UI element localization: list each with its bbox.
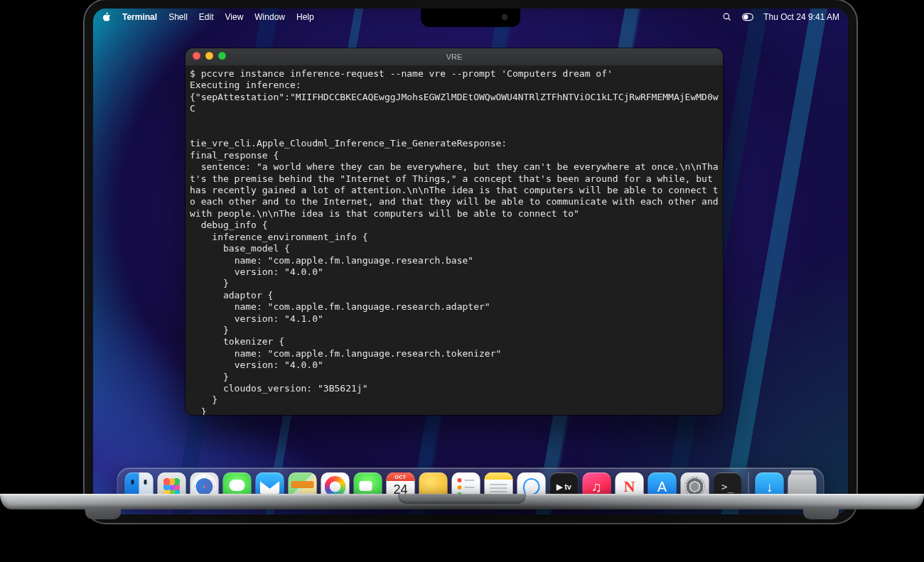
- display-notch: [421, 9, 520, 27]
- terminal-title: VRE: [186, 53, 723, 61]
- desktop-wallpaper[interactable]: Terminal Shell Edit View Window Help Thu…: [93, 9, 848, 514]
- terminal-window[interactable]: VRE $ pccvre instance inference-request …: [186, 48, 723, 415]
- terminal-titlebar[interactable]: VRE: [186, 48, 723, 66]
- menubar-item-help[interactable]: Help: [296, 12, 314, 22]
- svg-point-3: [744, 15, 748, 18]
- menubar-item-shell[interactable]: Shell: [168, 12, 188, 22]
- control-center-icon[interactable]: [742, 13, 753, 21]
- window-zoom-button[interactable]: [218, 52, 226, 60]
- laptop-screen: Terminal Shell Edit View Window Help Thu…: [85, 0, 856, 523]
- menubar-app-name[interactable]: Terminal: [122, 12, 157, 22]
- menubar-datetime[interactable]: Thu Oct 24 9:41 AM: [763, 12, 839, 22]
- calendar-month-label: OCT: [387, 472, 415, 481]
- menubar-item-view[interactable]: View: [225, 12, 244, 22]
- svg-line-1: [729, 18, 731, 21]
- apple-menu-icon[interactable]: [102, 12, 111, 22]
- window-minimize-button[interactable]: [205, 52, 213, 60]
- macbook-frame: Terminal Shell Edit View Window Help Thu…: [0, 0, 924, 562]
- menubar-item-edit[interactable]: Edit: [199, 12, 214, 22]
- terminal-output[interactable]: $ pccvre instance inference-request --na…: [186, 65, 723, 415]
- menubar-item-window[interactable]: Window: [254, 12, 285, 22]
- window-close-button[interactable]: [193, 52, 200, 60]
- spotlight-icon[interactable]: [722, 12, 732, 22]
- laptop-base: [0, 494, 924, 509]
- svg-point-0: [724, 13, 729, 19]
